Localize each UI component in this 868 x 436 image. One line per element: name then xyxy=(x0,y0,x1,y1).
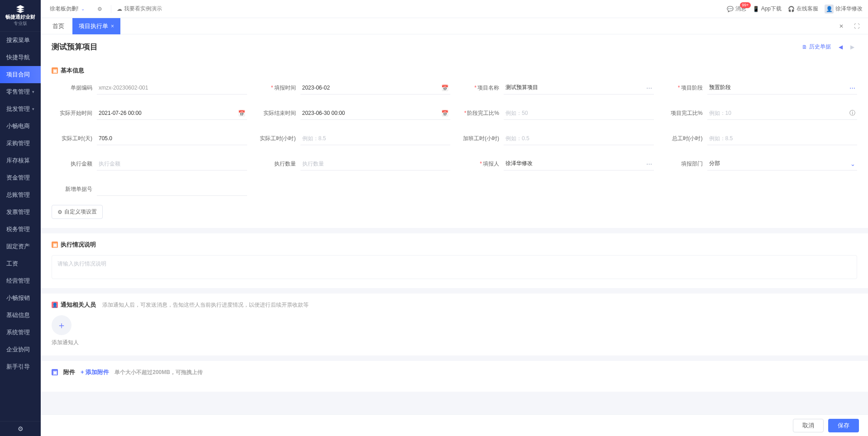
proj-pct-input[interactable] xyxy=(707,106,858,120)
close-icon[interactable]: × xyxy=(111,23,114,29)
exec-qty-input[interactable] xyxy=(300,157,451,171)
add-notify-button[interactable]: ＋ xyxy=(52,315,72,335)
page-tabs: 首页 项目执行单 × ✕ ⛶ xyxy=(41,18,868,34)
sidebar-item-18[interactable]: 企业协同 xyxy=(0,341,41,358)
reporter-input[interactable] xyxy=(504,157,654,171)
attachment-panel: ▣ 附件 + 添加附件 单个大小不超过200MB，可拖拽上传 xyxy=(41,361,868,392)
fill-date-input[interactable] xyxy=(300,81,451,95)
doc-no-input[interactable] xyxy=(97,81,247,95)
ot-hours-input[interactable] xyxy=(504,132,654,145)
chevron-down-icon: ▾ xyxy=(32,107,34,111)
sidebar-item-label: 系统管理 xyxy=(6,328,30,336)
demo-link[interactable]: ☁ 我要看实例演示 xyxy=(117,5,162,13)
label-actual-hours: 实际工时(小时) xyxy=(255,135,300,142)
close-icon: ✕ xyxy=(839,23,844,29)
sidebar-item-label: 搜索菜单 xyxy=(6,36,30,44)
sidebar-item-label: 新手引导 xyxy=(6,363,30,371)
sidebar-item-label: 基础信息 xyxy=(6,311,30,319)
sidebar-item-15[interactable]: 小畅报销 xyxy=(0,289,41,307)
fullscreen-toggle[interactable]: ⛶ xyxy=(851,20,863,32)
online-service[interactable]: 🎧 在线客服 xyxy=(788,5,818,13)
sidebar-item-17[interactable]: 系统管理 xyxy=(0,324,41,341)
prev-record[interactable]: ◀ xyxy=(835,42,845,52)
sidebar-item-11[interactable]: 税务管理 xyxy=(0,221,41,238)
sidebar-item-7[interactable]: 库存核算 xyxy=(0,152,41,169)
sidebar-item-16[interactable]: 基础信息 xyxy=(0,307,41,324)
exec-amt-input[interactable] xyxy=(97,157,247,171)
sidebar: 畅捷通好业财 专业版 搜索菜单快捷导航项目合同零售管理▾批发管理▾小畅电商采购管… xyxy=(0,0,41,436)
more-icon[interactable]: ⋯ xyxy=(646,85,652,91)
sidebar-item-14[interactable]: 经营管理 xyxy=(0,272,41,289)
user-menu[interactable]: 👤 徐泽华修改 xyxy=(825,5,863,14)
add-attachment-link[interactable]: + 添加附件 xyxy=(81,368,109,376)
custom-fields-button[interactable]: ⚙ 自定义项设置 xyxy=(52,205,103,219)
label-exec-amt: 执行金额 xyxy=(52,160,97,168)
calendar-icon[interactable]: 📅 xyxy=(441,85,448,91)
cancel-button[interactable]: 取消 xyxy=(793,419,824,432)
label-actual-days: 实际工时(天) xyxy=(52,135,97,142)
sidebar-item-10[interactable]: 发票管理 xyxy=(0,204,41,221)
app-download[interactable]: 📱 App下载 xyxy=(753,5,782,13)
more-icon[interactable]: ⋯ xyxy=(646,161,652,167)
actual-days-input[interactable] xyxy=(97,132,247,145)
actual-end-input[interactable] xyxy=(300,106,451,120)
org-selector[interactable]: 徐老板勿删! ⌄ xyxy=(46,3,88,14)
sidebar-item-label: 快捷导航 xyxy=(6,53,30,62)
stage-pct-input[interactable] xyxy=(504,106,654,120)
messages[interactable]: 💬 消息 99+ xyxy=(727,5,746,13)
sidebar-settings[interactable]: ⚙ xyxy=(0,421,41,436)
page-title: 测试预算项目 xyxy=(52,42,98,52)
save-button[interactable]: 保存 xyxy=(828,419,859,432)
new-doc-input[interactable] xyxy=(97,182,247,196)
sidebar-item-label: 经营管理 xyxy=(6,277,30,285)
sidebar-item-4[interactable]: 批发管理▾ xyxy=(0,100,41,118)
sidebar-item-12[interactable]: 固定资产 xyxy=(0,238,41,255)
sidebar-item-label: 库存核算 xyxy=(6,156,30,165)
sidebar-item-0[interactable]: 搜索菜单 xyxy=(0,32,41,49)
avatar-icon: 👤 xyxy=(825,5,834,14)
total-hours-input[interactable] xyxy=(707,132,858,145)
basic-info-panel: ▣ 基本信息 单据编码 *填报时间 📅 *项目名称 ⋯ xyxy=(41,59,868,228)
sidebar-item-1[interactable]: 快捷导航 xyxy=(0,49,41,66)
add-notify-label: 添加通知人 xyxy=(52,339,79,346)
gear-icon: ⚙ xyxy=(97,6,102,12)
document-icon: 🗎 xyxy=(802,44,807,50)
chevron-down-icon[interactable]: ⌄ xyxy=(850,161,855,167)
top-gear[interactable]: ⚙ xyxy=(94,3,105,15)
calendar-icon[interactable]: 📅 xyxy=(238,110,245,117)
dept-input[interactable] xyxy=(707,157,858,171)
notify-panel: 👤 通知相关人员 添加通知人后，可发送消息，告知这些人当前执行进度情况，以便进行… xyxy=(41,294,868,355)
sidebar-item-6[interactable]: 采购管理 xyxy=(0,135,41,152)
content-scroll[interactable]: 测试预算项目 🗎 历史单据 ◀ ▶ ▣ 基本信息 xyxy=(41,34,868,436)
exec-desc-textarea[interactable] xyxy=(57,260,851,273)
actual-start-input[interactable] xyxy=(97,106,247,120)
tab-project-exec[interactable]: 项目执行单 × xyxy=(72,18,120,34)
project-input[interactable] xyxy=(504,81,654,95)
sidebar-item-13[interactable]: 工资 xyxy=(0,255,41,272)
more-icon[interactable]: ⋯ xyxy=(849,85,855,91)
tabs-close-all[interactable]: ✕ xyxy=(835,20,847,32)
sidebar-item-label: 批发管理 xyxy=(6,105,30,113)
sidebar-item-3[interactable]: 零售管理▾ xyxy=(0,83,41,100)
label-total-hours: 总工时(小时) xyxy=(662,135,707,142)
label-ot-hours: 加班工时(小时) xyxy=(458,135,504,142)
sidebar-item-8[interactable]: 资金管理 xyxy=(0,169,41,186)
label-new-doc: 新增单据号 xyxy=(52,185,97,193)
calendar-icon[interactable]: 📅 xyxy=(441,110,448,117)
sidebar-item-label: 总账管理 xyxy=(6,191,30,199)
stage-input[interactable] xyxy=(707,81,858,95)
actual-hours-input[interactable] xyxy=(300,132,451,145)
section-title-attach: 附件 xyxy=(63,368,75,376)
help-icon[interactable]: ⓘ xyxy=(849,109,855,117)
sidebar-item-2[interactable]: 项目合同 xyxy=(0,66,41,83)
sidebar-item-5[interactable]: 小畅电商 xyxy=(0,118,41,135)
sidebar-item-9[interactable]: 总账管理 xyxy=(0,186,41,204)
message-icon: 💬 xyxy=(727,6,734,12)
tab-home[interactable]: 首页 xyxy=(46,18,71,34)
label-dept: 填报部门 xyxy=(662,160,707,168)
sidebar-nav: 搜索菜单快捷导航项目合同零售管理▾批发管理▾小畅电商采购管理库存核算资金管理总账… xyxy=(0,32,41,421)
sidebar-item-19[interactable]: 新手引导 xyxy=(0,358,41,375)
attach-hint: 单个大小不超过200MB，可拖拽上传 xyxy=(114,369,203,376)
sidebar-item-label: 固定资产 xyxy=(6,242,30,251)
history-link[interactable]: 🗎 历史单据 xyxy=(802,43,831,51)
